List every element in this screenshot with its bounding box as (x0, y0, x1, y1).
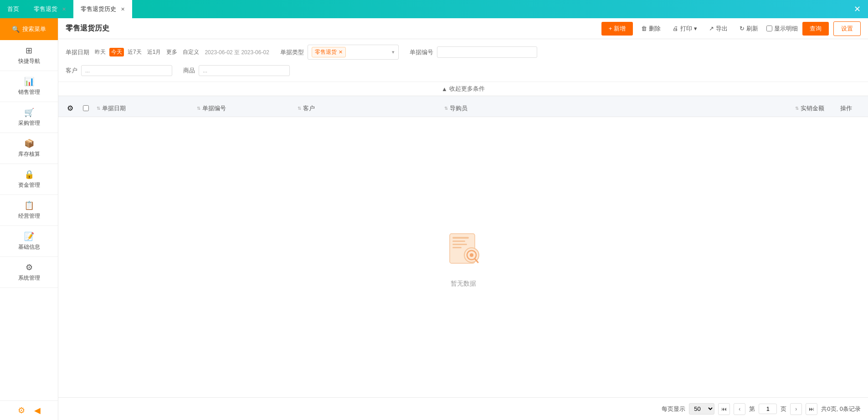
tab-retail-return-history[interactable]: 零售退货历史 ✕ (73, 0, 132, 18)
sidebar-item-base-info[interactable]: 📝 基础信息 (0, 226, 58, 257)
th-customer-sort-icon[interactable]: ⇅ (298, 106, 301, 111)
search-icon: 🔍 (12, 26, 20, 33)
sidebar: 🔍 搜索菜单 ⊞ 快捷导航 📊 销售管理 🛒 采购管理 📦 库存核算 🔒 (0, 18, 58, 420)
refresh-label: 刷新 (746, 25, 758, 33)
svg-rect-3 (452, 244, 467, 245)
sidebar-item-operations[interactable]: 📋 经营管理 (0, 195, 58, 226)
tab-retail-return[interactable]: 零售退货 ✕ (26, 0, 73, 18)
prev-page-button[interactable]: ‹ (734, 403, 745, 415)
per-page-label: 每页显示 (662, 405, 685, 413)
display-detail-checkbox[interactable]: 显示明细 (766, 25, 798, 33)
th-customer-label: 客户 (303, 104, 315, 113)
header-actions: + 新增 🗑 删除 🖨 打印 ▾ ↗ 导出 ↻ 刷新 (601, 21, 861, 36)
query-button[interactable]: 查询 (802, 22, 829, 36)
empty-state-text: 暂无数据 (451, 280, 476, 288)
sidebar-item-system-mgmt[interactable]: ⚙ 系统管理 (0, 257, 58, 288)
date-shortcuts: 昨天 今天 近7天 近1月 更多 自定义 (93, 48, 201, 56)
number-filter: 单据编号 (410, 46, 537, 58)
goods-filter: 商品 ... (183, 65, 290, 76)
th-ops-label: 操作 (840, 105, 852, 112)
empty-state: 暂无数据 (58, 117, 868, 397)
settings-button[interactable]: 设置 (833, 21, 861, 36)
th-number: ⇅ 单据编号 (193, 104, 293, 113)
refresh-button[interactable]: ↻ 刷新 (736, 23, 762, 35)
shortcut-custom[interactable]: 自定义 (181, 48, 201, 56)
system-icon: ⚙ (26, 262, 33, 272)
th-ops: 操作 (828, 104, 864, 113)
shortcut-1month[interactable]: 近1月 (145, 48, 163, 56)
shortcut-today[interactable]: 今天 (109, 48, 124, 56)
sidebar-item-inventory[interactable]: 📦 库存核算 (0, 133, 58, 164)
shortcut-7days[interactable]: 近7天 (126, 48, 144, 56)
tab-retail-return-label: 零售退货 (34, 5, 57, 13)
page-title: 零售退货历史 (66, 24, 109, 33)
sidebar-item-sales-label: 销售管理 (18, 88, 40, 96)
customer-input[interactable]: ... (81, 65, 172, 76)
last-page-button[interactable]: ⏭ (806, 403, 817, 415)
total-records-info: 共0页, 0条记录 (821, 405, 861, 413)
svg-point-8 (470, 253, 473, 257)
goods-input[interactable]: ... (199, 65, 290, 76)
print-button[interactable]: 🖨 打印 ▾ (669, 23, 701, 35)
display-checkbox-input[interactable] (766, 26, 772, 31)
first-page-button[interactable]: ⏮ (718, 403, 730, 415)
collapse-sidebar-icon[interactable]: ◀ (34, 405, 41, 415)
sidebar-item-finance-label: 资金管理 (18, 181, 40, 189)
type-tag-close-icon[interactable]: ✕ (339, 49, 343, 55)
type-filter: 单据类型 零售退货 ✕ ▾ (280, 45, 399, 60)
customer-filter-label: 客户 (66, 67, 77, 75)
th-number-sort-icon[interactable]: ⇅ (197, 106, 200, 111)
tab-retail-return-history-close[interactable]: ✕ (121, 6, 125, 12)
sidebar-nav: ⊞ 快捷导航 📊 销售管理 🛒 采购管理 📦 库存核算 🔒 资金管理 📋 (0, 40, 58, 400)
delete-button[interactable]: 🗑 删除 (637, 23, 664, 35)
tab-home[interactable]: 首页 (0, 0, 26, 18)
page-input[interactable]: 1 (759, 404, 777, 414)
number-input[interactable] (437, 46, 537, 58)
print-icon: 🖨 (673, 25, 678, 32)
sidebar-item-finance[interactable]: 🔒 资金管理 (0, 164, 58, 195)
filter-row-2: 客户 ... 商品 ... (66, 65, 861, 76)
th-guide: ⇅ 导购员 (441, 104, 541, 113)
add-button[interactable]: + 新增 (601, 22, 633, 36)
th-amount-sort-icon[interactable]: ⇅ (795, 106, 799, 111)
export-button[interactable]: ↗ 导出 (705, 23, 731, 35)
th-guide-sort-icon[interactable]: ⇅ (444, 106, 448, 111)
date-filter-label: 单据日期 (66, 48, 89, 56)
collapse-label: 收起更多条件 (449, 85, 485, 93)
table-settings-icon[interactable]: ⚙ (62, 104, 78, 113)
export-label: 导出 (716, 25, 728, 33)
filter-row-1: 单据日期 昨天 今天 近7天 近1月 更多 自定义 2023-06-02 至 2… (66, 45, 861, 60)
per-page-select[interactable]: 50 100 200 (689, 403, 714, 415)
collapse-filter-button[interactable]: ▲ 收起更多条件 (434, 82, 492, 96)
select-all-input[interactable] (83, 105, 89, 111)
sidebar-search[interactable]: 🔍 搜索菜单 (0, 18, 58, 40)
date-range-display: 2023-06-02 至 2023-06-02 (205, 49, 269, 56)
page-suffix: 页 (781, 405, 786, 413)
inventory-icon: 📦 (24, 138, 34, 149)
collapse-icon: ▲ (442, 86, 447, 92)
th-customer: ⇅ 客户 (294, 104, 441, 113)
top-bar-tabs: 首页 零售退货 ✕ 零售退货历史 ✕ (0, 0, 854, 18)
sidebar-item-quick-nav[interactable]: ⊞ 快捷导航 (0, 40, 58, 71)
sidebar-item-base-info-label: 基础信息 (18, 243, 40, 251)
tab-home-label: 首页 (7, 5, 19, 13)
table-select-all-checkbox[interactable] (78, 105, 93, 111)
content-area: 零售退货历史 + 新增 🗑 删除 🖨 打印 ▾ ↗ 导出 ↻ (58, 18, 868, 420)
sidebar-item-quick-nav-label: 快捷导航 (18, 57, 40, 65)
tab-retail-return-close[interactable]: ✕ (62, 6, 66, 12)
th-date-sort-icon[interactable]: ⇅ (97, 106, 100, 111)
shortcut-yesterday[interactable]: 昨天 (93, 48, 108, 56)
th-guide-label: 导购员 (450, 104, 467, 113)
page-label: 第 (749, 405, 755, 413)
tab-retail-return-history-label: 零售退货历史 (81, 5, 116, 13)
shortcut-more[interactable]: 更多 (164, 48, 179, 56)
display-label: 显示明细 (774, 25, 798, 33)
sidebar-item-sales-mgmt[interactable]: 📊 销售管理 (0, 71, 58, 102)
settings-bottom-icon[interactable]: ⚙ (18, 405, 25, 415)
type-select[interactable]: 零售退货 ✕ ▾ (308, 45, 399, 60)
window-close-button[interactable]: ✕ (854, 5, 861, 14)
sidebar-item-purchase-mgmt[interactable]: 🛒 采购管理 (0, 102, 58, 133)
goods-filter-label: 商品 (183, 67, 195, 75)
quick-nav-icon: ⊞ (26, 46, 32, 56)
next-page-button[interactable]: › (790, 403, 802, 415)
